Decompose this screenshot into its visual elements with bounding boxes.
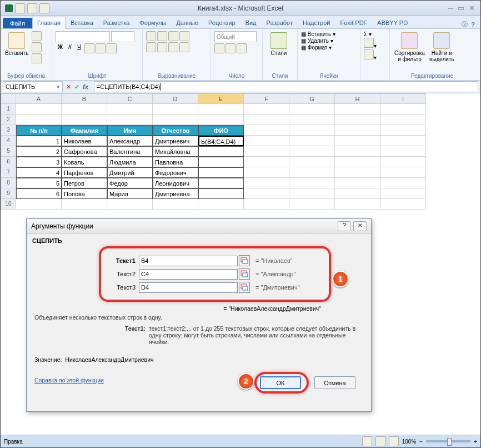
cell-E4[interactable]: Ь(B4;C4;D4) bbox=[198, 136, 244, 146]
border-icon[interactable] bbox=[84, 43, 94, 53]
cell-C7[interactable]: Дмитрий bbox=[107, 167, 153, 178]
zoom-slider[interactable] bbox=[426, 440, 470, 442]
colhdr-D[interactable]: D bbox=[153, 93, 198, 104]
rowhdr-3[interactable]: 3 bbox=[1, 125, 16, 136]
cell-A8[interactable]: 5 bbox=[16, 178, 62, 188]
colhdr-I[interactable]: I bbox=[380, 93, 426, 104]
cell-D4[interactable]: Дмитриевич bbox=[153, 136, 198, 146]
cell-B7[interactable]: Парфенов bbox=[62, 167, 107, 178]
tab-file[interactable]: Файл bbox=[3, 18, 32, 28]
name-box[interactable]: СЦЕПИТЬ▾ bbox=[3, 81, 63, 92]
styles-button[interactable]: Стили bbox=[266, 31, 292, 57]
font-combo[interactable] bbox=[56, 31, 110, 42]
tab-developer[interactable]: Разработ bbox=[262, 17, 298, 28]
fill-color-icon[interactable] bbox=[96, 43, 106, 53]
maximize-button[interactable]: ▭ bbox=[458, 4, 464, 12]
cell-A4[interactable]: 1 bbox=[16, 136, 62, 146]
cancel-button[interactable]: Отмена bbox=[314, 376, 355, 389]
cell-E6[interactable] bbox=[198, 157, 244, 167]
ok-button[interactable]: ОК bbox=[260, 376, 301, 389]
arg1-ref-button[interactable] bbox=[239, 255, 250, 266]
enter-formula-icon[interactable]: ✓ bbox=[74, 83, 79, 91]
align-bottom-icon[interactable] bbox=[168, 31, 178, 41]
zoom-level[interactable]: 100% bbox=[402, 439, 417, 445]
cell-B5[interactable]: Сафронова bbox=[62, 146, 107, 157]
worksheet[interactable]: A B C D E F G H I 1 2 3 № п/п Фамилия Им… bbox=[1, 93, 480, 210]
colhdr-C[interactable]: C bbox=[107, 93, 153, 104]
rowhdr-6[interactable]: 6 bbox=[1, 157, 16, 167]
cell-A5[interactable]: 2 bbox=[16, 146, 62, 157]
cell-C5[interactable]: Валентина bbox=[107, 146, 153, 157]
tab-layout[interactable]: Разметка bbox=[98, 17, 135, 28]
font-color-icon[interactable] bbox=[107, 43, 117, 53]
tab-insert[interactable]: Вставка bbox=[66, 17, 98, 28]
bold-button[interactable]: Ж bbox=[56, 43, 65, 53]
arg2-ref-button[interactable] bbox=[239, 268, 250, 280]
cell-D8[interactable]: Леонидович bbox=[153, 178, 198, 188]
cell-A7[interactable]: 4 bbox=[16, 167, 62, 178]
cell-E7[interactable] bbox=[198, 167, 244, 178]
underline-button[interactable]: Ч bbox=[75, 43, 83, 53]
zoom-in-button[interactable]: + bbox=[474, 439, 477, 445]
clear-button[interactable]: ▾ bbox=[364, 49, 377, 61]
hdr-name[interactable]: Имя bbox=[107, 125, 153, 136]
rowhdr-9[interactable]: 9 bbox=[1, 188, 16, 199]
cell-C9[interactable]: Мария bbox=[107, 188, 153, 199]
cell-C8[interactable]: Федор bbox=[107, 178, 153, 188]
colhdr-G[interactable]: G bbox=[289, 93, 335, 104]
cell-D6[interactable]: Павловна bbox=[153, 157, 198, 167]
insert-cells-button[interactable]: ▦ Вставить ▾ bbox=[301, 31, 335, 37]
cell-D7[interactable]: Федорович bbox=[153, 167, 198, 178]
currency-icon[interactable] bbox=[214, 43, 224, 53]
format-painter-icon[interactable] bbox=[32, 53, 42, 63]
cell-B6[interactable]: Коваль bbox=[62, 157, 107, 167]
tab-review[interactable]: Рецензир bbox=[203, 17, 240, 28]
minimize-ribbon-icon[interactable]: ⓥ bbox=[462, 20, 468, 28]
align-top-icon[interactable] bbox=[146, 31, 156, 41]
cell-A9[interactable]: 6 bbox=[16, 188, 62, 199]
colhdr-F[interactable]: F bbox=[244, 93, 289, 104]
dialog-close-button[interactable]: ✕ bbox=[353, 221, 367, 231]
redo-icon[interactable] bbox=[39, 3, 49, 13]
rowhdr-2[interactable]: 2 bbox=[1, 115, 16, 125]
sort-filter-button[interactable]: Сортировка и фильтр bbox=[393, 31, 426, 63]
tab-abbyy[interactable]: ABBYY PD bbox=[372, 17, 413, 28]
view-break-icon[interactable] bbox=[389, 436, 399, 446]
fx-icon[interactable]: fx bbox=[83, 83, 88, 91]
tab-data[interactable]: Данные bbox=[171, 17, 203, 28]
cell-C4[interactable]: Александр bbox=[107, 136, 153, 146]
tab-addins[interactable]: Надстрой bbox=[298, 17, 335, 28]
delete-cells-button[interactable]: ▦ Удалить ▾ bbox=[301, 38, 333, 44]
cell-E8[interactable] bbox=[198, 178, 244, 188]
hdr-num[interactable]: № п/п bbox=[16, 125, 62, 136]
tab-foxit[interactable]: Foxit PDF bbox=[335, 17, 372, 28]
rowhdr-7[interactable]: 7 bbox=[1, 167, 16, 178]
format-cells-button[interactable]: ▦ Формат ▾ bbox=[301, 44, 332, 51]
fill-button[interactable]: ▾ bbox=[364, 38, 377, 49]
help-icon[interactable]: ? bbox=[471, 21, 475, 28]
dialog-help-button[interactable]: ? bbox=[338, 221, 351, 231]
colhdr-B[interactable]: B bbox=[62, 93, 107, 104]
colhdr-E[interactable]: E bbox=[198, 93, 244, 104]
cell-B9[interactable]: Попова bbox=[62, 188, 107, 199]
italic-button[interactable]: К bbox=[66, 43, 74, 53]
align-left-icon[interactable] bbox=[146, 42, 156, 52]
save-icon[interactable] bbox=[15, 3, 25, 13]
cell-D5[interactable]: Михайловна bbox=[153, 146, 198, 157]
percent-icon[interactable] bbox=[226, 43, 236, 53]
align-middle-icon[interactable] bbox=[157, 31, 167, 41]
cell-C6[interactable]: Людмила bbox=[107, 157, 153, 167]
rowhdr-5[interactable]: 5 bbox=[1, 146, 16, 157]
align-center-icon[interactable] bbox=[157, 42, 167, 52]
tab-home[interactable]: Главная bbox=[32, 17, 66, 29]
wrap-text-icon[interactable] bbox=[179, 31, 189, 41]
autosum-button[interactable]: Σ ▾ bbox=[364, 31, 372, 37]
hdr-fio[interactable]: ФИО bbox=[198, 125, 244, 136]
number-format-combo[interactable] bbox=[214, 31, 257, 42]
formula-input[interactable]: =СЦЕПИТЬ(B4;C4;D4) bbox=[94, 81, 478, 92]
view-layout-icon[interactable] bbox=[375, 436, 385, 446]
zoom-out-button[interactable]: − bbox=[419, 439, 423, 445]
comma-icon[interactable] bbox=[237, 43, 247, 53]
merge-icon[interactable] bbox=[179, 42, 189, 52]
arg1-input[interactable] bbox=[139, 256, 238, 266]
